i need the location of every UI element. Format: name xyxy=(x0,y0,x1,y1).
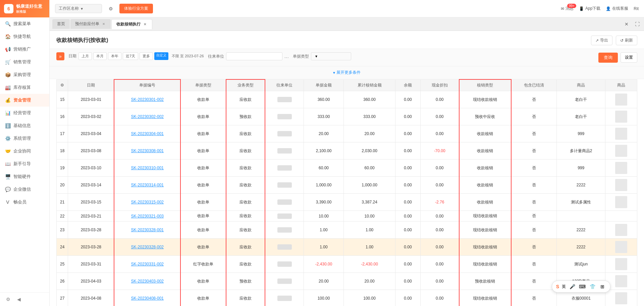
filter-settings-button[interactable]: 设置 xyxy=(621,52,637,63)
cell-biz-type: 应收款 xyxy=(226,211,265,222)
refresh-icon: ↺ xyxy=(620,38,624,43)
grid-icon[interactable]: ⊞ xyxy=(599,283,606,290)
date-btn-cur-month[interactable]: 本月 xyxy=(93,52,107,60)
cell-amount: 20.00 xyxy=(304,125,344,142)
keyboard-icon[interactable]: ⌨ xyxy=(579,283,586,290)
cell-balance: 0.00 xyxy=(395,177,421,194)
cell-amount: 333.00 xyxy=(304,108,344,125)
date-btn-prev-month[interactable]: 上月 xyxy=(78,52,92,60)
online-support-button[interactable]: 👤 在线客服 xyxy=(606,6,628,11)
cell-no: 21 xyxy=(57,194,68,211)
cell-goods2 xyxy=(605,142,637,160)
cell-no: 22 xyxy=(57,211,68,222)
purchase-icon: 📦 xyxy=(5,72,11,78)
tabbar-right: ✕ ⛶ xyxy=(623,20,641,28)
filter-toggle-button[interactable]: » xyxy=(56,52,64,60)
sidebar-item-marketing[interactable]: 📢 营销推广 xyxy=(0,43,49,56)
receipt-type-select[interactable]: ▾ xyxy=(311,52,351,60)
sidebar-item-inventory[interactable]: 🏭 库存核算 xyxy=(0,81,49,94)
col-cash-discount: 现金折扣 xyxy=(420,79,459,91)
shirt-icon[interactable]: 👕 xyxy=(589,283,596,290)
marketing-icon: 📢 xyxy=(5,46,11,52)
sidebar-collapse-icon[interactable]: ◀ xyxy=(15,295,23,303)
tab-prepay-close-icon[interactable]: ✕ xyxy=(101,22,106,26)
cell-bill-type: 收款单 xyxy=(180,273,226,290)
solution-button[interactable]: 体验行业方案 xyxy=(119,4,153,13)
cell-cash-discount: 0.00 xyxy=(420,239,459,256)
sidebar-item-hardware[interactable]: 🖥️ 智能硬件 xyxy=(0,170,49,183)
cell-cash-discount: -70.00 xyxy=(420,142,459,160)
cell-counterparty xyxy=(265,239,304,256)
date-btn-more[interactable]: 更多 xyxy=(140,52,153,60)
message-button[interactable]: ✉ 消息 99+ xyxy=(561,6,574,11)
sidebar-item-wechat[interactable]: 💬 企业微信 xyxy=(0,183,49,196)
col-biz-type: 业务类型 xyxy=(226,79,265,91)
cell-bill-no: SK-20230403-002 xyxy=(114,273,180,290)
mic-icon[interactable]: 🎤 xyxy=(569,283,576,290)
sidebar-item-member[interactable]: V 畅会员 xyxy=(0,196,49,208)
cell-balance: 0.00 xyxy=(395,256,421,273)
tab-collection[interactable]: 收款核销执行 ✕ xyxy=(111,19,152,29)
date-btn-7days[interactable]: 近7天 xyxy=(123,52,138,60)
tab-collection-close-icon[interactable]: ✕ xyxy=(143,22,147,26)
guide-icon: 📖 xyxy=(5,161,11,167)
date-btn-cur-year[interactable]: 本年 xyxy=(108,52,121,60)
col-goods2: 商品 xyxy=(605,79,637,91)
cell-cash-discount: 0.00 xyxy=(420,211,459,222)
tab-prepay[interactable]: 预付款应付单 ✕ xyxy=(70,19,111,29)
cell-bill-no: SK-20230328-001 xyxy=(114,222,180,239)
user-profile[interactable]: Rit xyxy=(634,6,639,11)
cell-include-settled: 否 xyxy=(511,222,556,239)
cell-verify-type: 现结收款核销 xyxy=(459,239,512,256)
cell-bill-no: SK-20230331-002 xyxy=(114,256,180,273)
sidebar-item-system[interactable]: ⚙️ 系统管理 xyxy=(0,132,49,145)
cell-counterparty xyxy=(265,256,304,273)
tab-home[interactable]: 首页 xyxy=(52,19,70,29)
expand-conditions-button[interactable]: ▾ 展开更多条件 xyxy=(333,68,361,77)
cell-include-settled: 否 xyxy=(511,142,556,160)
tab-maximize-icon[interactable]: ⛶ xyxy=(633,20,641,28)
workspace-selector[interactable]: 工作区名称 ▾ xyxy=(55,4,102,13)
cell-amount: 20.00 xyxy=(304,273,344,290)
sidebar-settings-icon[interactable]: ⚙ xyxy=(4,295,12,303)
cell-goods: 测试多属性 xyxy=(557,194,605,211)
sidebar-item-purchase[interactable]: 📦 采购管理 xyxy=(0,68,49,81)
cell-counterparty xyxy=(265,91,304,108)
col-settings[interactable]: ⚙ xyxy=(57,79,68,91)
topbar-gear-icon[interactable]: ⚙ xyxy=(106,4,115,13)
cell-counterparty xyxy=(265,125,304,142)
table-row: 17 2023-03-04 SK-20230304-001 收款单 应收款 20… xyxy=(57,125,637,142)
workspace-chevron-icon: ▾ xyxy=(81,6,83,11)
sidebar-item-enterprise[interactable]: 🤝 企业协同 xyxy=(0,145,49,158)
table-row: 18 2023-03-08 SK-20230308-001 收款单 应收款 2,… xyxy=(57,142,637,160)
cell-verify-type: 收款核销 xyxy=(459,125,512,142)
col-amount: 单据金额 xyxy=(304,79,344,91)
tab-close-all-icon[interactable]: ✕ xyxy=(623,20,631,28)
table-container[interactable]: ⚙ 日期 单据编号 单据类型 业务类型 往来单位 单据金额 累计核销金额 余额 … xyxy=(50,79,644,306)
cell-bill-no: SK-20230310-001 xyxy=(114,160,180,177)
sidebar: 6 畅康道好生意 标推版 🔍 搜索菜单 🏠 快捷导航 📢 营销推广 🛒 销售管理… xyxy=(0,0,50,306)
date-custom-badge[interactable]: 自定义 xyxy=(154,52,168,60)
sidebar-item-guide[interactable]: 📖 新手引导 xyxy=(0,158,49,170)
sidebar-item-basic[interactable]: ℹ️ 基础信息 xyxy=(0,119,49,132)
refresh-button[interactable]: ↺ 刷新 xyxy=(616,36,637,45)
cell-counterparty xyxy=(265,273,304,290)
col-bill-type: 单据类型 xyxy=(180,79,226,91)
cell-biz-type: 应收款 xyxy=(226,91,265,108)
cell-bill-type: 收款单 xyxy=(180,222,226,239)
filter-dots[interactable]: ... xyxy=(284,53,289,59)
sidebar-item-operation[interactable]: 📊 经营管理 xyxy=(0,107,49,119)
cell-counterparty xyxy=(265,194,304,211)
sidebar-item-finance[interactable]: 💰 资金管理 xyxy=(0,94,49,107)
sidebar-item-quicknav[interactable]: 🏠 快捷导航 xyxy=(0,30,49,43)
counterparty-input[interactable] xyxy=(226,52,282,60)
app-download-button[interactable]: 📱 App下载 xyxy=(579,6,600,11)
sidebar-item-search[interactable]: 🔍 搜索菜单 xyxy=(0,17,49,30)
wechat-icon: 💬 xyxy=(5,186,11,192)
sidebar-item-sales[interactable]: 🛒 销售管理 xyxy=(0,56,49,68)
cell-biz-type: 应收款 xyxy=(226,177,265,194)
export-button[interactable]: ↗ 导出 xyxy=(591,36,612,45)
cell-no: 20 xyxy=(57,177,68,194)
query-button[interactable]: 查询 xyxy=(598,53,618,63)
topbar: 工作区名称 ▾ ⚙ 体验行业方案 ✉ 消息 99+ 📱 App下载 👤 在线客服… xyxy=(50,0,644,17)
